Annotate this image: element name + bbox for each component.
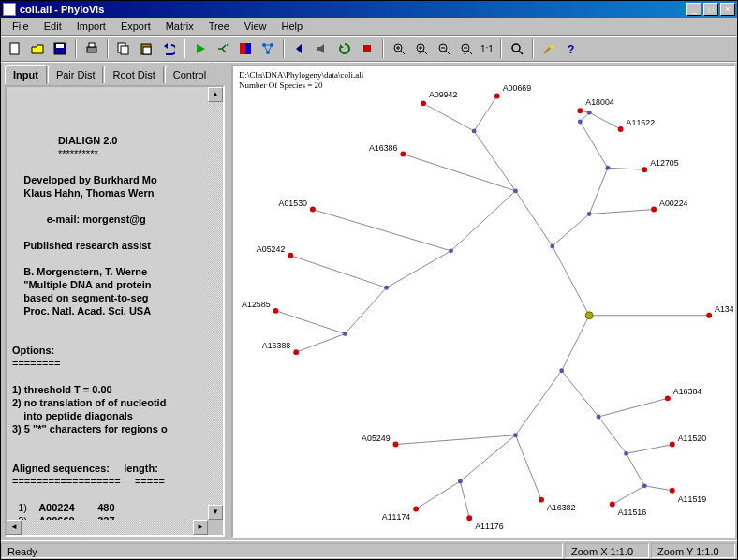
leaf-node[interactable]: [706, 313, 712, 318]
leaf-node[interactable]: [665, 395, 671, 401]
leaf-label: A16386: [369, 143, 398, 153]
playtree-button[interactable]: [213, 38, 233, 59]
leaf-node[interactable]: [400, 152, 406, 157]
print-button[interactable]: [81, 38, 102, 59]
wand-button[interactable]: [539, 38, 559, 59]
menu-help[interactable]: Help: [274, 19, 311, 34]
copy-button[interactable]: [113, 38, 134, 59]
zoomout-button[interactable]: [434, 38, 454, 59]
leaf-label: A18004: [585, 97, 614, 107]
graph-button[interactable]: [258, 38, 278, 59]
menu-edit[interactable]: Edit: [37, 19, 69, 34]
play-button[interactable]: [190, 38, 211, 59]
leaf-label: A11519: [678, 494, 707, 504]
leaf-node[interactable]: [494, 94, 500, 99]
scroll-track[interactable]: [22, 520, 193, 535]
leaf-node[interactable]: [413, 507, 419, 512]
help-button[interactable]: ?: [561, 38, 582, 59]
menu-import[interactable]: Import: [69, 19, 113, 34]
scroll-down-button[interactable]: ▼: [208, 505, 223, 520]
undo-button[interactable]: [158, 38, 179, 59]
paste-icon: [140, 42, 153, 55]
leaf-node[interactable]: [618, 126, 624, 132]
tab-control[interactable]: Control: [165, 66, 214, 83]
svg-point-31: [384, 286, 389, 290]
paste-button[interactable]: [136, 38, 156, 59]
zoom-11-button[interactable]: 1:1: [479, 44, 495, 54]
leaf-node[interactable]: [273, 308, 279, 314]
leaf-node[interactable]: [466, 515, 472, 521]
leaf-label: A05242: [257, 244, 286, 254]
leaf-node[interactable]: [577, 108, 583, 113]
leaf-node[interactable]: [642, 167, 647, 172]
tab-input[interactable]: Input: [5, 65, 47, 84]
zoomout-x-icon: x: [460, 42, 473, 55]
back-button[interactable]: [289, 38, 310, 59]
main-area: Input Pair Dist Root Dist Control DIALIG…: [1, 62, 737, 540]
open-button[interactable]: [27, 38, 48, 59]
menu-export[interactable]: Export: [113, 19, 158, 34]
tree-panel[interactable]: D:\Chs\DNA\Phylogeny\data\coli.ali Numbe…: [231, 65, 735, 538]
refresh-button[interactable]: [334, 38, 355, 59]
tab-pair-dist[interactable]: Pair Dist: [48, 66, 104, 83]
leaf-node[interactable]: [393, 442, 399, 448]
zoomin-x-button[interactable]: x: [411, 38, 432, 59]
svg-point-24: [513, 188, 518, 193]
scroll-right-button[interactable]: ►: [193, 520, 208, 535]
menu-label: Matrix: [166, 21, 194, 32]
leaf-node[interactable]: [651, 207, 657, 213]
status-bar: Ready Zoom X 1:1.0 Zoom Y 1:1.0: [1, 540, 737, 559]
svg-point-32: [343, 332, 347, 336]
leaf-node[interactable]: [288, 253, 293, 258]
menu-tree[interactable]: Tree: [201, 19, 237, 34]
menu-bar: File Edit Import Export Matrix Tree View…: [1, 18, 737, 36]
menu-view[interactable]: View: [237, 19, 274, 34]
stop-button[interactable]: [357, 38, 377, 59]
svg-point-21: [512, 44, 520, 52]
tab-label: Control: [173, 69, 206, 81]
leaf-node[interactable]: [310, 207, 316, 213]
internal-nodes: [343, 111, 647, 489]
menu-label: Tree: [209, 21, 229, 32]
vertical-scrollbar[interactable]: ▲ ▼: [208, 87, 223, 520]
svg-text:?: ?: [568, 43, 574, 55]
menu-label: Import: [77, 21, 106, 32]
find-button[interactable]: [507, 38, 527, 59]
svg-rect-3: [87, 47, 96, 52]
svg-rect-9: [240, 43, 245, 54]
menu-file[interactable]: File: [5, 19, 37, 34]
svg-text:x: x: [464, 50, 466, 55]
close-button[interactable]: ×: [720, 3, 735, 16]
toolbar-separator: [75, 39, 77, 58]
option-2: 2) no translation of of nucleotid: [12, 397, 166, 408]
zoomout-x-button[interactable]: x: [456, 38, 477, 59]
leaf-node[interactable]: [421, 100, 426, 106]
tab-root-dist[interactable]: Root Dist: [104, 66, 163, 83]
leaf-node[interactable]: [293, 349, 299, 355]
save-button[interactable]: [50, 38, 70, 59]
leaf-node[interactable]: [610, 502, 615, 508]
phylo-tree: A09942A00669A18004A11522A12705A00224A163…: [233, 66, 733, 537]
play-icon: [194, 42, 207, 55]
scroll-up-button[interactable]: ▲: [208, 87, 223, 102]
zoomin-button[interactable]: [389, 38, 409, 59]
cite-3: based on segment-to-seg: [23, 292, 148, 303]
svg-point-36: [642, 483, 647, 488]
leaf-node[interactable]: [539, 497, 544, 503]
menu-label: File: [12, 21, 29, 32]
svg-point-28: [587, 111, 592, 115]
new-button[interactable]: [5, 38, 25, 59]
menu-matrix[interactable]: Matrix: [158, 19, 201, 34]
leaf-node[interactable]: [670, 488, 675, 494]
svg-point-38: [458, 479, 463, 483]
leaf-label: A05249: [362, 434, 391, 443]
scroll-left-button[interactable]: ◄: [7, 520, 22, 535]
horizontal-scrollbar[interactable]: ◄ ►: [7, 520, 208, 535]
maximize-button[interactable]: □: [703, 3, 718, 16]
redblue-button[interactable]: [235, 38, 256, 59]
speaker-button[interactable]: [312, 38, 332, 59]
status-zoom-y: Zoom Y 1:1.0: [651, 543, 735, 558]
leaf-node[interactable]: [670, 442, 675, 448]
scroll-track[interactable]: [208, 102, 223, 505]
minimize-button[interactable]: _: [686, 3, 701, 16]
